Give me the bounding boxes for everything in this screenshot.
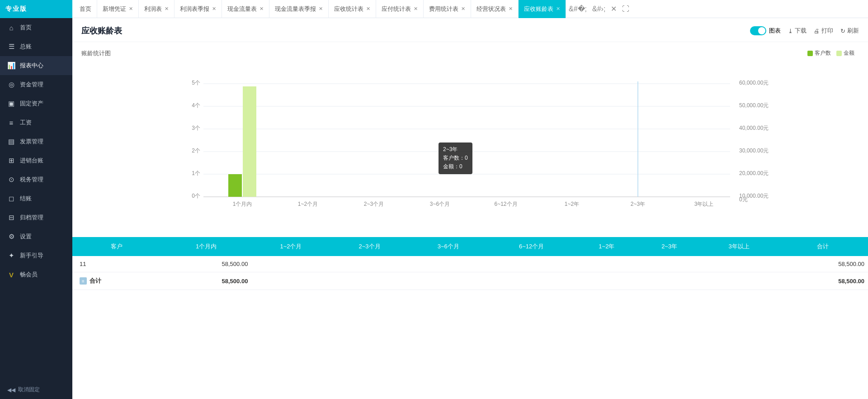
sidebar: 专业版 ⌂ 首页 ☰ 总账 📊 报表中心 ◎ 资金管理 ▣ 固定资产 ≡ 工资 …	[0, 0, 72, 399]
tab-voucher[interactable]: 新增凭证 ✕	[97, 0, 139, 18]
sidebar-item-vip[interactable]: V 畅会员	[0, 265, 72, 284]
tab-profit[interactable]: 利润表 ✕	[139, 0, 175, 18]
tab-home[interactable]: 首页	[74, 0, 97, 18]
legend-customers: 客户数	[807, 49, 831, 57]
logo: 专业版	[0, 0, 72, 18]
data-table-wrap: 客户 1个月内 1~2个月 2~3个月 3~6个月 6~12个月 1~2年 2~…	[72, 237, 868, 290]
tab-bar: 首页 新增凭证 ✕ 利润表 ✕ 利润表季报 ✕ 现金流量表 ✕ 现金流量表季报 …	[72, 0, 868, 18]
reports-icon: 📊	[7, 62, 15, 70]
home-icon: ⌂	[7, 24, 15, 32]
sidebar-item-funds-label: 资金管理	[20, 81, 43, 89]
refresh-button[interactable]: ↻ 刷新	[840, 27, 859, 35]
sidebar-item-closing[interactable]: ◻ 结账	[0, 189, 72, 208]
tab-prev-button[interactable]: &#�;	[566, 0, 590, 18]
tab-aging-close[interactable]: ✕	[556, 6, 560, 12]
col-month1-2: 1~2个月	[251, 237, 330, 256]
tab-next-button[interactable]: &#›;	[590, 0, 608, 18]
sidebar-item-ledger-label: 总账	[20, 43, 32, 51]
svg-text:5个: 5个	[192, 80, 200, 86]
svg-text:2~3年: 2~3年	[631, 201, 645, 207]
tab-receivable-stat-close[interactable]: ✕	[366, 6, 370, 12]
cell-total-label: ≡ 合计	[72, 272, 161, 290]
sidebar-pin-button[interactable]: ◀◀ 取消固定	[0, 380, 72, 399]
svg-text:20,000.00元: 20,000.00元	[739, 170, 769, 176]
total-label-wrap: ≡ 合计	[80, 277, 157, 285]
sidebar-item-home[interactable]: ⌂ 首页	[0, 18, 72, 37]
sidebar-item-tax-label: 税务管理	[20, 176, 43, 184]
tab-profit-label: 利润表	[144, 5, 162, 13]
sidebar-item-tax[interactable]: ⊙ 税务管理	[0, 170, 72, 189]
chart-toggle-wrap: 图表	[750, 26, 781, 35]
tab-maximize-button[interactable]: ⛶	[619, 0, 632, 18]
data-table: 客户 1个月内 1~2个月 2~3个月 3~6个月 6~12个月 1~2年 2~…	[72, 237, 868, 290]
total-month1-2	[251, 272, 330, 290]
tab-voucher-close[interactable]: ✕	[129, 6, 133, 12]
table-row: 11 58,500.00 58,500.00	[72, 256, 868, 272]
tab-receivable-stat[interactable]: 应收统计表 ✕	[329, 0, 376, 18]
tab-close-all-button[interactable]: ✕	[608, 0, 619, 18]
sidebar-item-inventory[interactable]: ⊞ 进销台账	[0, 151, 72, 170]
sidebar-item-closing-label: 结账	[20, 195, 32, 203]
sidebar-item-payroll[interactable]: ≡ 工资	[0, 113, 72, 132]
sidebar-item-invoice[interactable]: ▤ 发票管理	[0, 132, 72, 151]
svg-text:2~3个月: 2~3个月	[364, 201, 384, 207]
sidebar-item-funds[interactable]: ◎ 资金管理	[0, 75, 72, 94]
total-month2-3	[330, 272, 409, 290]
guide-icon: ✦	[7, 252, 15, 260]
total-year2-3	[638, 272, 701, 290]
sidebar-item-ledger[interactable]: ☰ 总账	[0, 37, 72, 56]
total-text: 合计	[90, 277, 101, 285]
svg-text:30,000.00元: 30,000.00元	[739, 147, 769, 154]
tab-cashflow-close[interactable]: ✕	[259, 6, 264, 12]
total-year1-2	[576, 272, 638, 290]
total-year3plus	[701, 272, 777, 290]
chart-area: 账龄统计图 客户数 金额 5个 4个	[72, 42, 868, 237]
tab-cashflow-label: 现金流量表	[227, 5, 257, 13]
total-month1: 58,500.00	[161, 272, 252, 290]
tab-cashflow-quarterly[interactable]: 现金流量表季报 ✕	[269, 0, 329, 18]
tab-cashflow-quarterly-close[interactable]: ✕	[319, 6, 323, 12]
svg-text:4个: 4个	[192, 102, 200, 109]
sidebar-item-vip-label: 畅会员	[20, 271, 38, 279]
sidebar-item-payroll-label: 工资	[20, 119, 32, 127]
tab-aging[interactable]: 应收账龄表 ✕	[519, 0, 566, 18]
tab-business-stat-close[interactable]: ✕	[509, 6, 513, 12]
refresh-label: 刷新	[847, 27, 859, 35]
table-header-row: 客户 1个月内 1~2个月 2~3个月 3~6个月 6~12个月 1~2年 2~…	[72, 237, 868, 256]
download-button[interactable]: ⤓ 下载	[788, 27, 807, 35]
col-year1-2: 1~2年	[576, 237, 638, 256]
sidebar-item-guide-label: 新手引导	[20, 252, 43, 260]
cell-year1-2	[576, 256, 638, 272]
tab-profit-quarterly-close[interactable]: ✕	[212, 6, 216, 12]
tab-payable-stat[interactable]: 应付统计表 ✕	[376, 0, 424, 18]
col-month6-12: 6~12个月	[488, 237, 576, 256]
svg-text:0个: 0个	[192, 193, 200, 199]
cell-month1: 58,500.00	[161, 256, 252, 272]
sidebar-item-settings[interactable]: ⚙ 设置	[0, 227, 72, 246]
print-button[interactable]: 🖨 打印	[814, 27, 833, 35]
sidebar-item-archive[interactable]: ⊟ 归档管理	[0, 208, 72, 227]
sidebar-item-guide[interactable]: ✦ 新手引导	[0, 246, 72, 265]
closing-icon: ◻	[7, 195, 15, 203]
page-title: 应收账龄表	[81, 25, 122, 36]
tab-profit-quarterly[interactable]: 利润表季报 ✕	[175, 0, 222, 18]
tab-cashflow[interactable]: 现金流量表 ✕	[222, 0, 269, 18]
chart-toggle[interactable]	[750, 26, 766, 35]
sidebar-item-invoice-label: 发票管理	[20, 138, 43, 146]
content-panel: 应收账龄表 图表 ⤓ 下载 🖨 打印 ↻	[72, 18, 868, 399]
tab-business-stat[interactable]: 经营状况表 ✕	[471, 0, 519, 18]
tab-expense-stat-close[interactable]: ✕	[461, 6, 465, 12]
col-year2-3: 2~3年	[638, 237, 701, 256]
tab-profit-close[interactable]: ✕	[165, 6, 169, 12]
tab-receivable-stat-label: 应收统计表	[334, 5, 363, 13]
total-row: ≡ 合计 58,500.00 58	[72, 272, 868, 290]
tab-payable-stat-close[interactable]: ✕	[414, 6, 418, 12]
sidebar-item-reports[interactable]: 📊 报表中心	[0, 56, 72, 75]
print-label: 打印	[821, 27, 833, 35]
settings-icon: ⚙	[7, 233, 15, 241]
svg-text:50,000.00元: 50,000.00元	[739, 102, 769, 109]
tab-expense-stat[interactable]: 费用统计表 ✕	[424, 0, 471, 18]
bar-customers-0	[228, 174, 242, 197]
total-total: 58,500.00	[777, 272, 868, 290]
sidebar-item-assets[interactable]: ▣ 固定资产	[0, 94, 72, 113]
